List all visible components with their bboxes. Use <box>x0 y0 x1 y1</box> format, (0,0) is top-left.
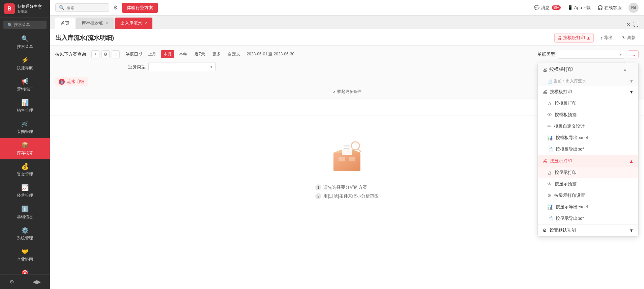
sidebar-search-label: 搜索菜单 <box>14 22 30 28</box>
refresh-btn[interactable]: ↻ 刷新 <box>619 33 639 42</box>
empty-tips: 1 请先选择要分析的方案 2 用[过滤]条件来缩小分析范围 <box>315 183 378 201</box>
date-filter-group: 单据日期 上月 本月 本年 近7天 更多 自定义 2023-06-01 至 20… <box>125 50 294 58</box>
message-badge: 99+ <box>552 5 561 10</box>
message-btn[interactable]: 💬 消息 99+ <box>534 5 561 11</box>
sidebar-item-purchase[interactable]: 🛒 采购管理 <box>0 117 50 138</box>
message-icon: 💬 <box>534 5 539 10</box>
default-section-arrow: ▼ <box>629 228 634 233</box>
date-tab-more[interactable]: 更多 <box>210 50 223 58</box>
topbar-search-box[interactable]: 🔍 <box>55 3 109 12</box>
dropdown-item-display-print[interactable]: 🖨 按显示打印 <box>538 167 638 178</box>
tab-batch-account-close[interactable]: × <box>106 21 108 26</box>
default-section-header[interactable]: ⚙ 设置默认功能 ▼ <box>538 225 638 236</box>
display-preview-icon: 👁 <box>547 181 552 187</box>
user-avatar-btn[interactable]: Rit <box>628 3 639 13</box>
current-label-group: 📄 当前：出入库流水 <box>547 78 586 84</box>
sidebar-item-label: 销售管理 <box>17 108 33 113</box>
dropdown-item-template-preview[interactable]: 👁 按模板预览 <box>538 109 638 121</box>
topbar-search-input[interactable] <box>66 5 100 10</box>
guide-icon: 🎯 <box>21 269 29 274</box>
filter-add-btns: + ⚙ « <box>91 50 120 58</box>
dropdown-item-display-excel[interactable]: 📊 按显示导出excel <box>538 201 638 213</box>
tab-batch-account[interactable]: 库存批次账 × <box>76 18 114 29</box>
sidebar-item-basic[interactable]: ℹ️ 基础信息 <box>0 202 50 223</box>
export-btn[interactable]: ↑ 导出 <box>598 33 616 42</box>
dropdown-toggle-btn[interactable]: ▲ <box>623 67 627 72</box>
dropdown-current-label: 📄 当前：出入库流水 ▼ <box>538 76 638 86</box>
tab-home[interactable]: 首页 <box>55 18 75 29</box>
sidebar-item-search[interactable]: 🔍 搜索菜单 <box>0 32 50 53</box>
customer-service-btn[interactable]: 🎧 在线客服 <box>597 5 622 11</box>
dropdown-item-template-print[interactable]: 🖨 按模板打印 <box>538 98 638 109</box>
date-tab-7days[interactable]: 近7天 <box>192 50 208 58</box>
filter-add-btn[interactable]: + <box>91 50 99 58</box>
topbar-gear-icon[interactable]: ⚙ <box>113 4 118 11</box>
sidebar-toggle-btn[interactable]: ◀▶ <box>33 279 41 285</box>
dropdown-item-template-design[interactable]: ✏ 模板自定义设计 <box>538 121 638 132</box>
default-section-icon: ⚙ <box>543 228 547 233</box>
biz-type-select-wrap: ▼ <box>148 62 216 71</box>
sidebar-search-btn[interactable]: 🔍 搜索菜单 <box>3 21 47 29</box>
filter-section-title: 按以下方案查询 <box>55 51 86 57</box>
dropdown-more-btn[interactable]: ... <box>630 67 634 72</box>
display-section-header[interactable]: 🖨 按显示打印 ▲ <box>538 155 638 167</box>
sidebar-settings-btn[interactable]: ⚙ <box>9 279 14 285</box>
sidebar-item-cooperation[interactable]: 🤝 企业协同 <box>0 244 50 266</box>
biz-type-select[interactable] <box>148 62 216 71</box>
page-header: 出入库流水(流水明细) 🖨 按模板打印 ▲ ↑ 导出 ↻ 刷新 <box>50 29 644 46</box>
svg-rect-0 <box>333 153 360 171</box>
tab-close-all-btn[interactable]: ✕ <box>626 21 631 28</box>
marketing-icon: 📢 <box>21 78 29 85</box>
page-title: 出入库流水(流水明细) <box>55 34 114 42</box>
date-tab-this-year[interactable]: 本年 <box>176 50 190 58</box>
main-area: 🔍 ⚙ 体验行业方案 💬 消息 99+ 📱 App下载 🎧 在线客服 Rit <box>50 0 644 289</box>
basic-icon: ℹ️ <box>21 205 29 213</box>
date-tab-custom[interactable]: 自定义 <box>225 50 243 58</box>
app-download-btn[interactable]: 📱 App下载 <box>567 5 591 11</box>
current-label-arrow[interactable]: ▼ <box>630 79 634 84</box>
dropdown-item-display-preview[interactable]: 👁 按显示预览 <box>538 178 638 190</box>
bill-type-select-wrap: ▼ <box>558 50 625 59</box>
sidebar-item-system[interactable]: ⚙️ 系统管理 <box>0 223 50 244</box>
date-tab-this-month[interactable]: 本月 <box>161 50 174 58</box>
dropdown-item-display-settings[interactable]: ⚙ 按显示打印设置 <box>538 190 638 201</box>
bill-type-select[interactable] <box>558 50 625 59</box>
print-template-btn[interactable]: 🖨 按模板打印 ▲ <box>554 33 594 43</box>
sidebar-item-sales[interactable]: 📊 销售管理 <box>0 96 50 117</box>
tabbar-right: ✕ ⛶ <box>626 21 639 29</box>
sidebar-item-quick-nav[interactable]: ⚡ 快捷导航 <box>0 53 50 74</box>
display-settings-icon: ⚙ <box>547 193 552 198</box>
template-section-icon: 🖨 <box>543 89 547 95</box>
tabbar: 首页 库存批次账 × 出入库流水 × ✕ ⛶ <box>50 16 644 29</box>
flow-filter-label: 流水明细 <box>67 79 84 85</box>
sidebar-item-operations[interactable]: 📈 经营管理 <box>0 181 50 202</box>
filter-collapse-btn[interactable]: « <box>112 50 120 58</box>
purchase-icon: 🛒 <box>21 120 29 128</box>
tab-expand-btn[interactable]: ⛶ <box>633 22 639 28</box>
sidebar-item-inventory[interactable]: 📦 库存核算 <box>0 138 50 159</box>
print-icon: 🖨 <box>557 35 562 41</box>
tab-inout-flow-close[interactable]: × <box>144 21 147 26</box>
filter-settings-btn[interactable]: ⚙ <box>101 50 110 58</box>
tab-inout-flow[interactable]: 出入库流水 × <box>115 18 152 29</box>
sidebar-item-funds[interactable]: 💰 资金管理 <box>0 159 50 181</box>
date-range-value: 2023-06-01 至 2023-06-30 <box>247 51 294 57</box>
dropdown-item-template-pdf[interactable]: 📄 按模板导出pdf <box>538 143 638 155</box>
app-name: 畅捷通好生意 标准版 <box>18 4 42 14</box>
operations-icon: 📈 <box>21 184 29 191</box>
dropdown-item-display-pdf[interactable]: 📄 按显示导出pdf <box>538 213 638 224</box>
dropdown-print-icon: 🖨 <box>543 67 547 72</box>
dropdown-item-template-excel[interactable]: 📊 按模板导出excel <box>538 132 638 143</box>
sidebar-item-guide[interactable]: 🎯 新手引导 <box>0 266 50 274</box>
trial-solution-button[interactable]: 体验行业方案 <box>122 3 158 13</box>
app-logo-icon: B <box>4 3 15 14</box>
bill-type-more-btn[interactable]: ... <box>628 50 639 58</box>
print-dropdown-arrow[interactable]: ▲ <box>586 35 591 41</box>
sidebar-item-marketing[interactable]: 📢 营销推广 <box>0 74 50 96</box>
template-print-section: 🖨 按模板打印 ▼ 🖨 按模板打印 👁 按模板预览 ✏ 模板自定义设计 <box>538 86 638 155</box>
dropdown-header-title-group: 🖨 按模板打印 <box>543 67 573 73</box>
display-section-icon: 🖨 <box>543 158 547 164</box>
date-tab-last-month[interactable]: 上月 <box>145 50 159 58</box>
template-section-header[interactable]: 🖨 按模板打印 ▼ <box>538 86 638 98</box>
page-actions-right: 🖨 按模板打印 ▲ ↑ 导出 ↻ 刷新 <box>554 33 639 43</box>
